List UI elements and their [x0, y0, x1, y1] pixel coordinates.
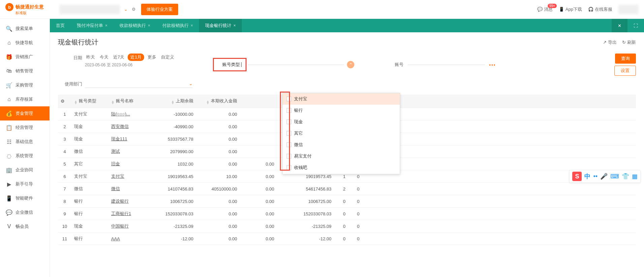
th-prev-balance[interactable]: 上期余额	[176, 98, 193, 103]
checkbox[interactable]	[287, 165, 291, 170]
sidebar-label: 资金管理	[15, 110, 33, 116]
account-name-link[interactable]: 支付宝	[111, 174, 124, 179]
checkbox[interactable]	[287, 131, 291, 136]
tab-3[interactable]: 付款核销执行×	[156, 19, 199, 32]
try-industry-button[interactable]: 体验行业方案	[141, 4, 178, 15]
sidebar-item-10[interactable]: 🏢企业协同	[0, 163, 50, 177]
checkbox[interactable]	[287, 119, 291, 124]
ime-lang-toggle[interactable]: 中	[584, 172, 590, 180]
sidebar-item-0[interactable]: 🔍搜索菜单	[0, 22, 50, 36]
sidebar-item-3[interactable]: 🛍销售管理	[0, 64, 50, 78]
checkbox[interactable]	[287, 142, 291, 147]
account-type-filter-highlighted[interactable]: 账号类型	[213, 58, 247, 71]
dropdown-option[interactable]: 银行	[283, 105, 400, 116]
sidebar-item-9[interactable]: ◌系统管理	[0, 149, 50, 163]
collapse-filter-icon[interactable]: ⌃	[347, 61, 354, 68]
dropdown-option[interactable]: 微信	[283, 139, 400, 150]
sort-icon[interactable]: ▲▼	[206, 100, 210, 104]
ime-toolbox-icon[interactable]: ▦	[632, 173, 638, 180]
sidebar-label: 营销推广	[15, 54, 33, 60]
tab-4[interactable]: 现金银行统计×	[199, 19, 242, 32]
tab-2[interactable]: 收款核销执行×	[114, 19, 156, 32]
account-name-link[interactable]: 旧金	[111, 161, 120, 166]
dept-select[interactable]: ⌄	[85, 80, 193, 88]
sidebar-icon: 📱	[6, 195, 12, 201]
online-service-link[interactable]: 🎧 在线客服	[588, 6, 612, 12]
sidebar-item-8[interactable]: ☷基础信息	[0, 135, 50, 149]
th-account-type[interactable]: 账号类型	[79, 98, 96, 103]
account-name-link[interactable]: 微信	[111, 186, 120, 191]
sidebar-item-5[interactable]: ⌂库存核算	[0, 92, 50, 106]
dropdown-option[interactable]: 现金	[283, 116, 400, 128]
sidebar-item-4[interactable]: 🛒采购管理	[0, 78, 50, 92]
dropdown-option[interactable]: 长沙银行	[283, 173, 400, 174]
sidebar-item-11[interactable]: ▶新手引导	[0, 177, 50, 191]
close-all-tabs-button[interactable]: ✕	[612, 19, 627, 32]
account-name-link[interactable]: 现金111	[111, 136, 127, 141]
ime-skin-icon[interactable]: 👕	[622, 173, 629, 180]
account-more-icon[interactable]: •••	[489, 62, 496, 67]
sort-icon[interactable]: ▲▼	[171, 100, 174, 104]
tab-1[interactable]: 预付冲应付单×	[71, 19, 114, 32]
tab-close-icon[interactable]: ×	[148, 23, 150, 28]
sort-icon[interactable]: ▲▼	[111, 100, 115, 104]
account-name-link[interactable]: AAA	[111, 236, 120, 241]
cell-type: 其它	[71, 158, 108, 170]
tab-0[interactable]: 首页	[50, 19, 71, 32]
app-download-link[interactable]: 📱 App下载	[559, 6, 582, 12]
sidebar-item-2[interactable]: 🎁营销推广	[0, 50, 50, 64]
cell-c5	[240, 133, 277, 145]
sidebar-item-12[interactable]: 📱智能硬件	[0, 191, 50, 205]
sidebar-item-14[interactable]: V畅会员	[0, 219, 50, 234]
tab-close-icon[interactable]: ×	[233, 23, 236, 28]
tabs-bar: 首页预付冲应付单×收款核销执行×付款核销执行×现金银行统计× ✕ ⛶	[50, 19, 644, 32]
th-account-name[interactable]: 账号名称	[116, 98, 133, 103]
dropdown-option[interactable]: 支付宝	[283, 93, 400, 105]
tab-close-icon[interactable]: ×	[105, 23, 107, 28]
date-chip[interactable]: 近7天	[112, 54, 126, 61]
sidebar-item-7[interactable]: 📋经营管理	[0, 120, 50, 135]
sort-icon[interactable]: ▲▼	[74, 100, 77, 104]
export-button[interactable]: ↗ 导出	[603, 39, 617, 45]
query-button[interactable]: 查询	[615, 54, 636, 64]
account-name-link[interactable]: 陆(○○○)...	[111, 111, 130, 116]
org-chevron-icon[interactable]: ⌄	[124, 7, 128, 12]
date-chip[interactable]: 更多	[146, 54, 158, 61]
top-header: b 畅捷通好生意 标准版 ⌄ ⚙ 体验行业方案 💬 消息 99+ 📱 App下载…	[0, 0, 644, 19]
sidebar-item-6[interactable]: 💰资金管理	[0, 106, 50, 120]
checkbox[interactable]	[287, 108, 291, 113]
content: 现金银行统计 ↗ 导出 ↻ 刷新 日期 昨天今天近7	[50, 32, 644, 277]
sidebar-item-1[interactable]: ⌂快捷导航	[0, 36, 50, 50]
cell-income: 0.00	[196, 195, 240, 208]
dropdown-option[interactable]: 收钱吧	[283, 162, 400, 173]
sidebar-icon: 💬	[6, 209, 12, 215]
table-settings-icon[interactable]: ⚙	[61, 99, 65, 104]
checkbox[interactable]	[287, 97, 291, 101]
account-name-link[interactable]: 工商银行1	[111, 211, 131, 216]
account-name-link[interactable]: 测试	[111, 149, 120, 154]
dropdown-option[interactable]: 易宝支付	[283, 150, 400, 162]
messages-link[interactable]: 💬 消息 99+	[537, 6, 553, 12]
filter-settings-button[interactable]: 设置	[614, 66, 636, 76]
app-download-label: App下载	[566, 6, 582, 12]
account-name-link[interactable]: 西安微信	[111, 124, 129, 129]
sidebar-item-13[interactable]: 💬企业微信	[0, 205, 50, 219]
date-chip[interactable]: 昨天	[85, 54, 96, 61]
dropdown-option[interactable]: 其它	[283, 128, 400, 139]
refresh-button[interactable]: ↻ 刷新	[622, 39, 636, 45]
fullscreen-button[interactable]: ⛶	[627, 19, 644, 32]
account-name-link[interactable]: 中国银行	[111, 223, 129, 229]
ime-mic-icon[interactable]: 🎤	[600, 173, 608, 180]
ime-keyboard-icon[interactable]: ⌨	[610, 173, 619, 180]
checkbox[interactable]	[287, 154, 291, 159]
ime-punct-icon[interactable]: ••	[593, 173, 598, 180]
date-chip[interactable]: 近1月	[128, 54, 144, 61]
account-name-link[interactable]: 建设银行	[111, 199, 129, 204]
date-chip[interactable]: 自定义	[160, 54, 175, 61]
date-chip[interactable]: 今天	[98, 54, 110, 61]
settings-gear-icon[interactable]: ⚙	[132, 7, 136, 12]
tab-close-icon[interactable]: ×	[191, 23, 193, 28]
user-avatar-blurred[interactable]	[618, 5, 639, 14]
sogou-logo-icon[interactable]: S	[572, 172, 582, 181]
th-income[interactable]: 本期收入金额	[211, 98, 237, 103]
